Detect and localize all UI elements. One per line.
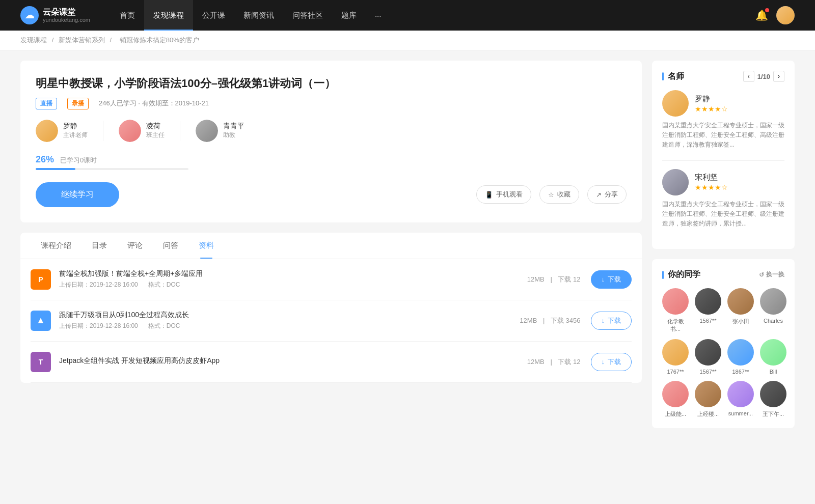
nav-news[interactable]: 新闻资讯: [234, 0, 283, 31]
course-meta: 直播 录播 246人已学习 · 有效期至：2019-10-21: [36, 98, 627, 109]
share-label: 分享: [605, 190, 618, 199]
teacher-1: 罗静 主讲老师: [36, 120, 88, 142]
main-nav: 首页 发现课程 公开课 新闻资讯 问答社区 题库 ···: [111, 0, 391, 31]
main-container: 明星中教授课，小学阶段语法100分–强化级第1讲动词（一） 直播 录播 246人…: [0, 50, 815, 449]
student-10-avatar: [695, 381, 721, 407]
progress-section: 26% 已学习0课时: [36, 154, 627, 170]
breadcrumb: 发现课程 / 新媒体营销系列 / 销冠修炼术搞定80%的客户: [0, 31, 815, 50]
refresh-label: 换一换: [766, 270, 784, 279]
sidebar-teacher-2: 宋利坚 ★★★★☆ 国内某重点大学安全工程专业硕士，国家一级注册消防工程师、注册…: [662, 169, 784, 229]
teacher-2-avatar: [119, 120, 141, 142]
download-icon-1: ↓: [602, 275, 605, 283]
sidebar-teacher-1-info: 罗静 ★★★★☆: [695, 94, 728, 113]
file-name-2: 跟随千万级项目从0到100全过程高效成长: [59, 311, 520, 320]
star-icon: ☆: [548, 191, 554, 199]
student-7-name: 1867**: [732, 369, 749, 375]
student-9-avatar: [662, 381, 689, 407]
logo[interactable]: ☁ 云朵课堂 yundouketang.com: [20, 6, 90, 24]
tag-record: 录播: [67, 98, 89, 109]
next-teacher-button[interactable]: ›: [773, 71, 784, 82]
download-button-1[interactable]: ↓ 下载: [591, 270, 632, 289]
teacher-1-avatar: [36, 120, 58, 142]
student-9: 上级能...: [662, 381, 689, 418]
student-7: 1867**: [727, 339, 754, 375]
sidebar-teacher-2-avatar: [662, 169, 689, 195]
file-icon-1: P: [31, 269, 51, 290]
student-4: Charles: [760, 288, 786, 333]
student-10: 上经楼...: [695, 381, 721, 418]
student-3: 张小田: [727, 288, 754, 333]
nav-qa[interactable]: 问答社区: [283, 0, 332, 31]
progress-bar-bg: [36, 168, 188, 170]
teacher-1-info: 罗静 主讲老师: [63, 122, 88, 139]
student-8: Bill: [760, 339, 786, 375]
bell-button[interactable]: 🔔: [755, 9, 768, 21]
download-icon-2: ↓: [602, 317, 605, 324]
student-6: 1567**: [695, 339, 721, 375]
logo-text: 云朵课堂 yundouketang.com: [43, 7, 90, 23]
teacher-1-role: 主讲老师: [63, 131, 88, 139]
share-button[interactable]: ↗ 分享: [587, 185, 627, 204]
nav-home[interactable]: 首页: [111, 0, 144, 31]
file-item-1: P 前端全栈加强版！前端全栈+全周期+多端应用 上传日期：2019-12-28 …: [31, 259, 632, 300]
tab-review[interactable]: 评论: [117, 233, 153, 259]
download-button-3[interactable]: ↓ 下载: [591, 353, 632, 371]
tab-intro[interactable]: 课程介绍: [31, 233, 82, 259]
phone-watch-button[interactable]: 📱 手机观看: [476, 185, 531, 204]
student-2: 1567**: [695, 288, 721, 333]
progress-percent-row: 26% 已学习0课时: [36, 154, 627, 165]
tab-catalog[interactable]: 目录: [82, 233, 117, 259]
nav-open-course[interactable]: 公开课: [193, 0, 234, 31]
prev-teacher-button[interactable]: ‹: [743, 71, 754, 82]
breadcrumb-current: 销冠修炼术搞定80%的客户: [120, 36, 199, 44]
student-12-avatar: [760, 381, 786, 407]
header-left: ☁ 云朵课堂 yundouketang.com 首页 发现课程 公开课 新闻资讯…: [20, 0, 390, 31]
teachers-title-text: 名师: [662, 71, 684, 82]
student-12: 王下午...: [760, 381, 786, 418]
course-card: 明星中教授课，小学阶段语法100分–强化级第1讲动词（一） 直播 录播 246人…: [20, 61, 642, 222]
refresh-students-button[interactable]: ↺ 换一换: [759, 270, 784, 279]
student-2-avatar: [695, 288, 721, 315]
student-11-name: summer...: [728, 410, 753, 416]
student-8-name: Bill: [770, 369, 777, 375]
teacher-2-name: 凌荷: [146, 122, 165, 131]
teacher-1-name: 罗静: [63, 122, 88, 131]
student-1: 化学教书...: [662, 288, 689, 333]
continue-button[interactable]: 继续学习: [36, 182, 119, 207]
nav-more[interactable]: ···: [366, 0, 391, 31]
avatar-image: [776, 6, 795, 24]
content-left: 明星中教授课，小学阶段语法100分–强化级第1讲动词（一） 直播 录播 246人…: [20, 61, 642, 438]
teachers-pagination: ‹ 1/10 ›: [743, 71, 784, 82]
teacher-3-role: 助教: [223, 131, 244, 139]
nav-discover[interactable]: 发现课程: [144, 0, 193, 31]
user-avatar[interactable]: [776, 6, 795, 24]
file-name-1: 前端全栈加强版！前端全栈+全周期+多端应用: [59, 269, 527, 278]
students-title-text: 你的同学: [662, 269, 700, 280]
progress-bar-fill: [36, 168, 75, 170]
collect-button[interactable]: ☆ 收藏: [539, 185, 579, 204]
logo-icon: ☁: [20, 6, 39, 24]
file-item-2: ▲ 跟随千万级项目从0到100全过程高效成长 上传日期：2019-12-28 1…: [31, 300, 632, 342]
student-7-avatar: [727, 339, 754, 366]
action-buttons: 📱 手机观看 ☆ 收藏 ↗ 分享: [476, 185, 627, 204]
student-4-name: Charles: [764, 318, 783, 324]
breadcrumb-series[interactable]: 新媒体营销系列: [59, 36, 105, 44]
student-3-name: 张小田: [732, 318, 749, 325]
download-button-2[interactable]: ↓ 下载: [591, 312, 632, 330]
tab-qa[interactable]: 问答: [153, 233, 188, 259]
file-icon-2: ▲: [31, 311, 51, 331]
teacher-3-name: 青青平: [223, 122, 244, 131]
breadcrumb-sep1: /: [52, 36, 56, 44]
nav-exam[interactable]: 题库: [332, 0, 366, 31]
sidebar-teacher-1-stars: ★★★★☆: [695, 105, 728, 113]
sidebar-teacher-2-desc: 国内某重点大学安全工程专业硕士，国家一级注册消防工程师、注册安全工程师、级注册建…: [662, 200, 784, 229]
file-item-3: T Jetpack全组件实战 开发短视频应用高仿皮皮虾App 12MB | 下载…: [31, 342, 632, 383]
teachers-sidebar-card: 名师 ‹ 1/10 › 罗静 ★★★★☆ 国内某重点大学安全工程专业硕士，国家: [652, 61, 795, 249]
teacher-divider-2: [180, 121, 180, 141]
breadcrumb-discover[interactable]: 发现课程: [20, 36, 47, 44]
progress-percent: 26%: [36, 154, 54, 164]
tab-materials[interactable]: 资料: [188, 233, 224, 259]
tabs-card: 课程介绍 目录 评论 问答 资料 P 前端全栈加强版！前端全栈+全周期+多端应用…: [20, 233, 642, 383]
sidebar-teacher-1-header: 罗静 ★★★★☆: [662, 90, 784, 117]
student-4-avatar: [760, 288, 786, 315]
